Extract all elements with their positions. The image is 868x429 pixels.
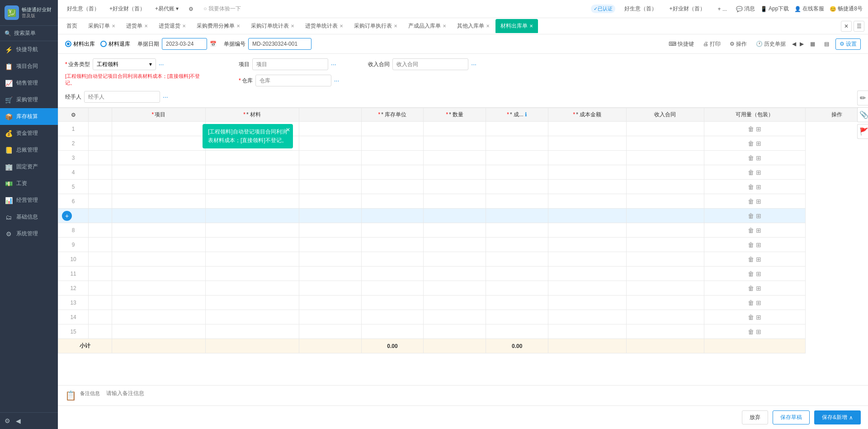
right-tool-clip[interactable]: 📎: [857, 107, 868, 122]
prev-record-btn[interactable]: ◀: [792, 41, 796, 47]
row-1-delete-icon[interactable]: 🗑: [748, 125, 754, 133]
row-6-cost[interactable]: [424, 194, 486, 209]
row-13-project[interactable]: [89, 296, 112, 310]
row-14-material[interactable]: [112, 310, 205, 324]
row-13-delete-icon[interactable]: 🗑: [748, 299, 754, 306]
row-10-cost-amount[interactable]: [486, 252, 548, 267]
topbar-right-more[interactable]: + ...: [714, 4, 731, 14]
tab-close-other-in[interactable]: ✕: [486, 24, 490, 29]
row-5-income[interactable]: [548, 180, 626, 194]
biz-type-select[interactable]: 工程领料 ▾: [93, 58, 156, 70]
row-4-spec[interactable]: [205, 165, 299, 180]
row-14-cost-amount[interactable]: [486, 310, 548, 324]
row-5-project[interactable]: [89, 180, 112, 194]
tab-product-in[interactable]: 产成品入库单 ✕: [403, 19, 451, 33]
row-8-unit[interactable]: [299, 223, 361, 238]
sidebar-item-jichu[interactable]: 🗂 基础信息: [0, 209, 58, 225]
row-10-material[interactable]: [112, 252, 205, 267]
th-settings[interactable]: ⚙: [58, 108, 89, 122]
row-11-available[interactable]: [626, 267, 704, 281]
topnav-settings-icon[interactable]: ⚙: [185, 4, 197, 14]
row-9-cost-amount[interactable]: [486, 238, 548, 252]
row-13-material[interactable]: [112, 296, 205, 310]
table-settings-icon[interactable]: ⚙: [71, 112, 76, 118]
sidebar-search[interactable]: 🔍 搜索菜单: [0, 26, 58, 41]
row-9-income[interactable]: [548, 238, 626, 252]
row-11-cost[interactable]: [424, 267, 486, 281]
date-input[interactable]: 2023-03-24: [162, 38, 207, 50]
tab-close-material-out[interactable]: ✕: [529, 24, 533, 29]
row-8-available[interactable]: [626, 223, 704, 238]
row-2-copy-icon[interactable]: ⊞: [756, 140, 761, 147]
row-5-material[interactable]: [112, 180, 205, 194]
row-2-income[interactable]: [548, 136, 626, 151]
table-row[interactable]: 11 🗑⊞: [58, 267, 868, 281]
row-7-cost-amount[interactable]: [486, 209, 548, 223]
row-6-quantity[interactable]: [361, 194, 424, 209]
tab-in-stat[interactable]: 进货单统计表 ✕: [300, 19, 348, 33]
row-4-delete-icon[interactable]: 🗑: [748, 169, 754, 176]
topnav-easy-account[interactable]: +易代账 ▾: [151, 3, 182, 14]
row-15-material[interactable]: [112, 324, 205, 339]
tab-close-purchase-return[interactable]: ✕: [182, 24, 186, 29]
row-7-quantity[interactable]: [361, 209, 424, 223]
shortcut-key-btn[interactable]: ⌨ 快捷键: [666, 39, 697, 49]
row-6-spec[interactable]: [205, 194, 299, 209]
tab-purchase-order[interactable]: 采购订单 ✕: [83, 19, 120, 33]
row-1-quantity[interactable]: [361, 122, 424, 136]
row-12-project[interactable]: [89, 281, 112, 296]
sidebar-item-zhangwu[interactable]: 📒 总账管理: [0, 142, 58, 158]
row-7-project-input[interactable]: [92, 213, 108, 219]
save-new-button[interactable]: 保存&新增 ∧: [814, 410, 861, 424]
row-8-spec[interactable]: [205, 223, 299, 238]
row-14-available[interactable]: [626, 310, 704, 324]
row-2-unit[interactable]: [299, 136, 361, 151]
project-input[interactable]: [252, 58, 328, 70]
table-row[interactable]: 12 🗑⊞: [58, 281, 868, 296]
row-9-unit[interactable]: [299, 238, 361, 252]
settings-icon[interactable]: ⚙: [5, 417, 10, 424]
row-11-unit[interactable]: [299, 267, 361, 281]
row-14-copy-icon[interactable]: ⊞: [756, 314, 761, 321]
row-12-spec[interactable]: [205, 281, 299, 296]
doc-num-input[interactable]: MD-20230324-001: [248, 38, 311, 50]
tab-close-purchase-order[interactable]: ✕: [112, 24, 115, 29]
row-5-cost[interactable]: [424, 180, 486, 194]
collapse-icon[interactable]: ◀: [16, 417, 21, 424]
row-10-unit[interactable]: [299, 252, 361, 267]
row-15-cost[interactable]: [424, 324, 486, 339]
table-row[interactable]: 1 🗑⊞: [58, 122, 868, 136]
row-9-available[interactable]: [626, 238, 704, 252]
handler-input[interactable]: [84, 91, 160, 103]
row-3-project[interactable]: [89, 151, 112, 165]
row-12-income[interactable]: [548, 281, 626, 296]
row-12-available[interactable]: [626, 281, 704, 296]
row-6-cost-amount[interactable]: [486, 194, 548, 209]
row-12-cost[interactable]: [424, 281, 486, 296]
row-10-available[interactable]: [626, 252, 704, 267]
row-10-cost[interactable]: [424, 252, 486, 267]
row-5-copy-icon[interactable]: ⊞: [756, 183, 761, 191]
row-3-income[interactable]: [548, 151, 626, 165]
sidebar-item-xiangmu[interactable]: 📋 项目合同: [0, 58, 58, 75]
row-1-cost[interactable]: [424, 122, 486, 136]
note-input[interactable]: [106, 390, 861, 396]
row-11-material[interactable]: [112, 267, 205, 281]
topbar-app-download[interactable]: 📱 App下载: [760, 5, 789, 13]
row-7-material-input[interactable]: [116, 213, 202, 219]
settings-btn[interactable]: ⚙ 设置: [835, 38, 861, 50]
row-7-unit[interactable]: [299, 209, 361, 223]
row-8-cost-amount[interactable]: [486, 223, 548, 238]
topnav-trial[interactable]: ○ 我要体验一下: [200, 3, 245, 14]
row-5-available[interactable]: [626, 180, 704, 194]
radio-material-return[interactable]: 材料退库: [100, 40, 130, 48]
row-7-copy-icon[interactable]: ⊞: [756, 212, 761, 219]
sidebar-item-kucun[interactable]: 📦 库存核算: [0, 108, 58, 125]
view-table-btn[interactable]: ▦: [807, 39, 818, 48]
income-contract-dots[interactable]: ···: [471, 61, 476, 68]
table-row[interactable]: 6 🗑⊞: [58, 194, 868, 209]
topbar-message[interactable]: 💬 消息: [736, 5, 755, 13]
row-8-delete-icon[interactable]: 🗑: [748, 227, 754, 234]
sidebar-item-gongzi[interactable]: 💵 工资: [0, 175, 58, 192]
row-8-income[interactable]: [548, 223, 626, 238]
